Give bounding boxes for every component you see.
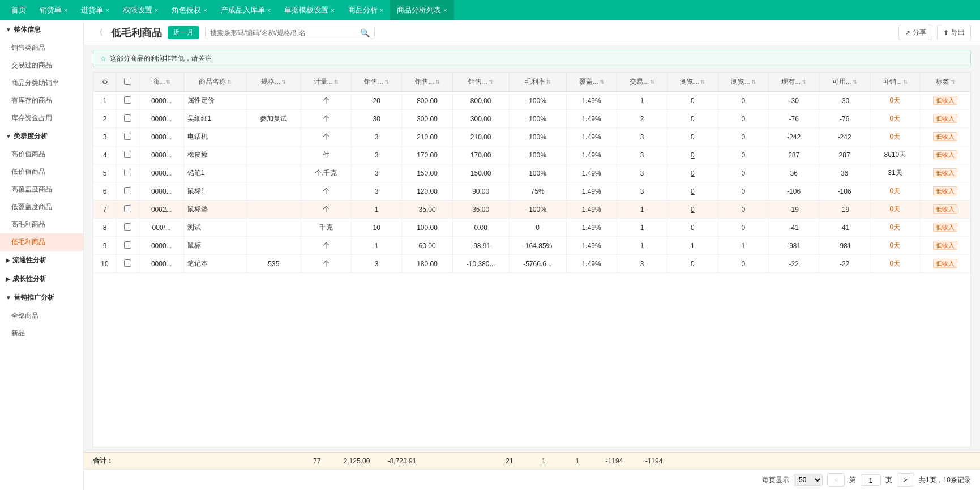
sidebar-item-high-coverage[interactable]: 高覆盖度商品 xyxy=(0,181,83,198)
close-product-analysis-list-icon[interactable]: × xyxy=(443,7,447,14)
next-page-button[interactable]: ＞ xyxy=(897,473,914,487)
row-view1[interactable]: 0 xyxy=(667,219,718,237)
close-purchase-order-icon[interactable]: × xyxy=(105,7,109,14)
row-cover-rate: 1.49% xyxy=(566,128,617,146)
row-select-checkbox[interactable] xyxy=(124,114,131,122)
per-page-select[interactable]: 50 100 200 xyxy=(794,474,823,486)
sidebar-item-high-margin[interactable]: 高毛利商品 xyxy=(0,216,83,233)
row-view1[interactable]: 0 xyxy=(667,92,718,110)
row-sellable: 0天 xyxy=(870,255,920,273)
row-code: 0000... xyxy=(139,92,183,110)
page-input[interactable] xyxy=(861,474,881,486)
row-view1[interactable]: 0 xyxy=(667,110,718,128)
close-permission-icon[interactable]: × xyxy=(155,7,158,14)
row-view1[interactable]: 0 xyxy=(667,164,718,182)
sidebar-item-new-products[interactable]: 新品 xyxy=(0,325,83,342)
row-sellable: 0天 xyxy=(870,92,920,110)
close-template-settings-icon[interactable]: × xyxy=(331,7,334,14)
row-view1[interactable]: 1 xyxy=(667,237,718,255)
search-input[interactable] xyxy=(210,29,360,37)
nav-product-analysis[interactable]: 商品分析 × xyxy=(341,0,390,20)
row-checkbox[interactable] xyxy=(117,110,140,128)
row-select-checkbox[interactable] xyxy=(124,151,131,158)
sidebar-item-low-coverage[interactable]: 低覆盖度商品 xyxy=(0,198,83,216)
row-checkbox[interactable] xyxy=(117,164,140,182)
row-select-checkbox[interactable] xyxy=(124,169,131,176)
nav-permission[interactable]: 权限设置 × xyxy=(116,0,165,20)
row-select-checkbox[interactable] xyxy=(124,133,131,140)
row-view1[interactable]: 0 xyxy=(667,201,718,219)
search-box: 🔍 xyxy=(205,27,375,39)
nav-purchase-order[interactable]: 进货单 × xyxy=(74,0,115,20)
row-sales-price: 120.00 xyxy=(402,182,452,201)
nav-product-analysis-list[interactable]: 商品分析列表 × xyxy=(390,0,453,20)
col-sales-amount: 销售...⇅ xyxy=(452,73,509,92)
row-checkbox[interactable] xyxy=(117,219,140,237)
row-select-checkbox[interactable] xyxy=(124,241,131,249)
sidebar-item-sales-products[interactable]: 销售类商品 xyxy=(0,39,83,57)
row-select-checkbox[interactable] xyxy=(124,96,131,104)
close-sales-order-icon[interactable]: × xyxy=(64,7,67,14)
sidebar-group-overall[interactable]: ▼ 整体信息 xyxy=(0,20,83,39)
col-settings[interactable]: ⚙ xyxy=(93,73,117,92)
select-all-checkbox[interactable] xyxy=(124,78,131,85)
close-product-analysis-icon[interactable]: × xyxy=(380,7,383,14)
nav-sales-order[interactable]: 销货单 × xyxy=(33,0,74,20)
row-current-stock: -30 xyxy=(769,92,819,110)
share-button[interactable]: ↗ 分享 xyxy=(898,25,932,40)
row-sales-price: 300.00 xyxy=(402,110,452,128)
col-checkbox xyxy=(117,73,140,92)
row-select-checkbox[interactable] xyxy=(124,187,131,194)
row-select-checkbox[interactable] xyxy=(124,205,131,212)
row-unit: 千克 xyxy=(301,219,351,237)
row-checkbox[interactable] xyxy=(117,92,140,110)
row-tag: 低收入 xyxy=(921,219,970,237)
nav-template-settings[interactable]: 单据模板设置 × xyxy=(277,0,341,20)
row-view1[interactable]: 0 xyxy=(667,255,718,273)
sidebar-group-marketing[interactable]: ▼ 营销推广分析 xyxy=(0,288,83,307)
row-no: 7 xyxy=(93,201,117,219)
row-checkbox[interactable] xyxy=(117,201,140,219)
row-view1[interactable]: 0 xyxy=(667,182,718,201)
close-role-auth-icon[interactable]: × xyxy=(203,7,207,14)
sidebar-collapse-button[interactable]: 《 xyxy=(93,25,105,40)
row-gross-rate: 0 xyxy=(509,219,566,237)
time-filter-button[interactable]: 近一月 xyxy=(168,26,199,39)
row-view1[interactable]: 0 xyxy=(667,128,718,146)
sidebar-item-traded-products[interactable]: 交易过的商品 xyxy=(0,57,83,74)
row-unit: 个,千克 xyxy=(301,164,351,182)
export-button[interactable]: ⬆ 导出 xyxy=(937,25,971,40)
row-view1[interactable]: 0 xyxy=(667,146,718,164)
row-checkbox[interactable] xyxy=(117,146,140,164)
sidebar-item-stocked-products[interactable]: 有库存的商品 xyxy=(0,92,83,109)
row-checkbox[interactable] xyxy=(117,237,140,255)
sidebar-item-low-value[interactable]: 低价值商品 xyxy=(0,163,83,181)
prev-page-button[interactable]: ＜ xyxy=(827,473,845,487)
col-tag: 标签⇅ xyxy=(921,73,970,92)
sidebar-item-high-value[interactable]: 高价值商品 xyxy=(0,146,83,163)
row-checkbox[interactable] xyxy=(117,182,140,201)
row-view2: 0 xyxy=(718,128,768,146)
sidebar-group-growth[interactable]: ▶ 成长性分析 xyxy=(0,270,83,288)
row-available: -76 xyxy=(819,110,870,128)
nav-product-inbound[interactable]: 产成品入库单 × xyxy=(214,0,277,20)
sidebar-item-capital-occupied[interactable]: 库存资金占用 xyxy=(0,109,83,127)
nav-role-auth[interactable]: 角色授权 × xyxy=(165,0,213,20)
row-current-stock: -41 xyxy=(769,219,819,237)
sidebar-item-low-margin[interactable]: 低毛利商品 xyxy=(0,233,83,251)
row-select-checkbox[interactable] xyxy=(124,223,131,231)
row-trade-count: 3 xyxy=(617,164,667,182)
row-select-checkbox[interactable] xyxy=(124,259,131,267)
row-spec xyxy=(246,92,301,110)
sidebar-item-all-products[interactable]: 全部商品 xyxy=(0,307,83,325)
sidebar-group-circulation[interactable]: ▶ 流通性分析 xyxy=(0,251,83,270)
row-sellable: 0天 xyxy=(870,182,920,201)
row-current-stock: 287 xyxy=(769,146,819,164)
search-icon[interactable]: 🔍 xyxy=(360,28,370,37)
row-checkbox[interactable] xyxy=(117,128,140,146)
close-product-inbound-icon[interactable]: × xyxy=(267,7,271,14)
sidebar-group-cluster[interactable]: ▼ 类群度分析 xyxy=(0,127,83,146)
row-checkbox[interactable] xyxy=(117,255,140,273)
sidebar-item-category-rate[interactable]: 商品分类助销率 xyxy=(0,74,83,92)
nav-home[interactable]: 首页 xyxy=(5,0,33,20)
